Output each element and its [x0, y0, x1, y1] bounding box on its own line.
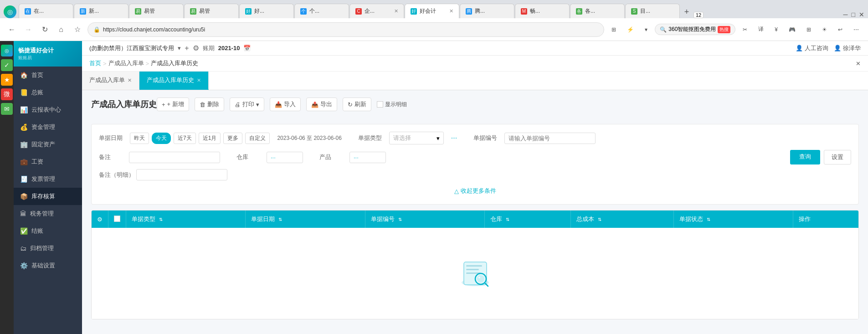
date-btn-custom[interactable]: 自定义 — [245, 133, 270, 144]
tab-8[interactable]: 好 好会计 ✕ — [405, 4, 459, 18]
add-button[interactable]: + — [185, 44, 189, 52]
sidebar-item-inventory[interactable]: 📦 库存核算 — [14, 188, 82, 205]
money-tool[interactable]: ¥ — [771, 25, 781, 34]
table-col-date[interactable]: 单据日期 ⇅ — [246, 211, 365, 228]
window-maximize[interactable]: □ — [852, 11, 855, 18]
grid-tool[interactable]: ⊞ — [803, 25, 815, 34]
warehouse-select[interactable]: ··· — [267, 152, 303, 163]
tab-5[interactable]: 好 好... — [239, 4, 294, 18]
number-input[interactable] — [504, 133, 596, 144]
account-settings-icon[interactable]: ⚙ — [193, 44, 199, 52]
sidebar-item-tax[interactable]: 🏛 税务管理 — [14, 205, 82, 222]
tab-10[interactable]: M 畅... — [515, 4, 570, 18]
icon-sidebar-mail[interactable]: ✉ — [1, 103, 13, 115]
account-dropdown-icon[interactable]: ▾ — [178, 45, 181, 51]
table-col-warehouse[interactable]: 仓库 ⇅ — [485, 211, 571, 228]
tab-2[interactable]: 新 新... — [74, 4, 128, 18]
translate-tool[interactable]: 译 — [755, 24, 767, 35]
theme-tool[interactable]: ☀ — [818, 25, 831, 34]
remark-input[interactable] — [129, 152, 220, 163]
game-tool[interactable]: 🎮 — [785, 25, 799, 34]
sidebar-item-settings[interactable]: ⚙️ 基础设置 — [14, 257, 82, 274]
tab-9[interactable]: 腾 腾... — [460, 4, 514, 18]
new-button[interactable]: + + 新增 — [157, 98, 189, 111]
new-tab-button[interactable]: + — [680, 5, 693, 18]
table-col-type[interactable]: 单据类型 ⇅ — [126, 211, 246, 228]
window-close[interactable]: ✕ — [859, 11, 864, 18]
delete-button[interactable]: 🗑 删除 — [195, 98, 224, 111]
tab-4[interactable]: 易 易管 — [184, 4, 239, 18]
browser-logo[interactable]: ◎ — [4, 5, 16, 18]
date-btn-today[interactable]: 今天 — [152, 133, 171, 144]
collapse-button[interactable]: △ 收起更多条件 — [449, 185, 502, 197]
sidebar-item-home[interactable]: 🏠 首页 — [14, 67, 82, 84]
content-tab-history[interactable]: 产成品入库单历史 ✕ — [139, 72, 209, 90]
content-tab-list-close[interactable]: ✕ — [128, 77, 132, 83]
show-columns-checkbox[interactable] — [377, 101, 383, 108]
sidebar-item-archive[interactable]: 🗂 归档管理 — [14, 240, 82, 257]
extensions-button[interactable]: ⊞ — [608, 25, 620, 34]
home-button[interactable]: ⌂ — [55, 23, 67, 36]
date-btn-yesterday[interactable]: 昨天 — [130, 133, 149, 144]
forward-button[interactable]: → — [22, 23, 35, 36]
tab-11[interactable]: 各 各... — [570, 4, 625, 18]
page-body: 产成品入库单历史 + + 新增 🗑 删除 🖨 打印 ▾ — [82, 90, 868, 327]
lightning-button[interactable]: ⚡ — [623, 25, 637, 34]
type-select[interactable]: 请选择 ▾ — [389, 132, 444, 144]
bookmark-button[interactable]: ☆ — [71, 23, 84, 36]
icon-sidebar-green[interactable]: ✓ — [1, 59, 13, 71]
search-bar[interactable]: 🔍 360智能抠图免费用 热搜 — [655, 24, 735, 35]
breadcrumb-list[interactable]: 产成品入库单 — [108, 59, 144, 67]
dropdown-button[interactable]: ▾ — [641, 25, 651, 34]
date-btn-more[interactable]: 更多 — [223, 133, 242, 144]
refresh-toolbar-button[interactable]: ↻ 刷新 — [343, 98, 371, 111]
select-all-checkbox[interactable] — [114, 216, 120, 222]
scissors-tool[interactable]: ✂ — [739, 25, 751, 34]
table-col-settings[interactable]: ⚙ — [92, 211, 108, 228]
sidebar-item-invoice[interactable]: 🧾 发票管理 — [14, 170, 82, 188]
date-btn-7days[interactable]: 近7天 — [174, 133, 196, 144]
table-col-status[interactable]: 单据状态 ⇅ — [673, 211, 793, 228]
content-tab-list[interactable]: 产成品入库单 ✕ — [82, 72, 139, 90]
content-tab-history-close[interactable]: ✕ — [197, 77, 201, 83]
refresh-button[interactable]: ↻ — [38, 23, 51, 36]
tab-7-close[interactable]: ✕ — [394, 8, 398, 14]
query-button[interactable]: 查询 — [790, 150, 820, 164]
export-button[interactable]: 📤 导出 — [306, 98, 337, 111]
table-col-number[interactable]: 单据编号 ⇅ — [365, 211, 484, 228]
date-btn-1month[interactable]: 近1月 — [199, 133, 221, 144]
detail-remark-input[interactable] — [136, 169, 227, 180]
user-service[interactable]: 👤 人工咨询 — [796, 44, 828, 52]
sidebar-item-ledger[interactable]: 📒 总账 — [14, 84, 82, 101]
icon-sidebar-weibo[interactable]: 微 — [1, 88, 13, 100]
back-button[interactable]: ← — [5, 23, 18, 36]
show-columns[interactable]: 显示明细 — [377, 101, 407, 108]
tab-1[interactable]: 在 在... — [19, 4, 73, 18]
import-button[interactable]: 📥 导入 — [270, 98, 301, 111]
close-panel-button[interactable]: ✕ — [856, 60, 861, 67]
sidebar-item-fixed[interactable]: 🏢 固定资产 — [14, 136, 82, 153]
tab-8-close[interactable]: ✕ — [449, 8, 453, 14]
product-select[interactable]: ··· — [349, 152, 386, 163]
print-button[interactable]: 🖨 打印 ▾ — [230, 98, 264, 111]
tab-7[interactable]: C 企... ✕ — [349, 4, 404, 18]
tab-6[interactable]: 个 个... — [294, 4, 349, 18]
icon-sidebar-logo[interactable]: ◎ — [1, 45, 13, 57]
sidebar-item-checkout[interactable]: ✅ 结账 — [14, 222, 82, 240]
url-bar[interactable]: 🔒 https://cloud.chanjet.com/accounting/u… — [87, 22, 604, 37]
sidebar-item-payroll[interactable]: 💼 工资 — [14, 153, 82, 170]
table-col-checkbox[interactable] — [108, 211, 126, 228]
settings-filter-button[interactable]: 设置 — [824, 150, 851, 164]
sidebar-item-report[interactable]: 📊 云报表中心 — [14, 101, 82, 118]
tab-3[interactable]: 易 易管 — [129, 4, 184, 18]
undo-tool[interactable]: ↩ — [834, 25, 846, 34]
window-minimize[interactable]: ─ — [843, 11, 848, 18]
breadcrumb-home[interactable]: 首页 — [89, 59, 101, 67]
calendar-icon[interactable]: 📅 — [243, 45, 251, 51]
table-col-cost[interactable]: 总成本 ⇅ — [571, 211, 674, 228]
icon-sidebar-star[interactable]: ★ — [1, 74, 13, 86]
sidebar-item-funds[interactable]: 💰 资金管理 — [14, 118, 82, 136]
user-avatar[interactable]: 👤 徐泽华 — [834, 44, 861, 52]
more-tools[interactable]: ⋯ — [850, 25, 863, 34]
tab-12[interactable]: S 目... — [625, 4, 680, 18]
